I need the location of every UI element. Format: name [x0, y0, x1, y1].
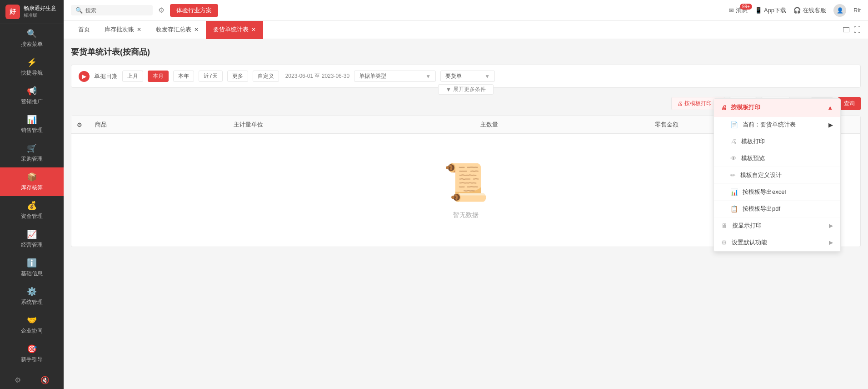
search-box[interactable]: 🔍 [71, 5, 153, 15]
filter-bar: ▶ 单据日期 上月 本月 本年 近7天 更多 自定义 2023-06-01 至 … [71, 65, 861, 88]
col-settings[interactable]: ⚙ [71, 116, 90, 134]
sidebar-icon-system: ⚙️ [27, 287, 37, 297]
tab-receipt-summary[interactable]: 收发存汇总表 ✕ [149, 21, 206, 39]
col-unit: 主计量单位 [228, 116, 475, 134]
print-menu-template-preview[interactable]: 👁 模板预览 [714, 150, 840, 167]
tab-order-summary-close[interactable]: ✕ [251, 26, 256, 33]
sidebar-icon-newbie: 🎯 [27, 344, 37, 354]
sidebar-label-marketing: 营销推广 [21, 98, 43, 106]
date-btn-last-month[interactable]: 上月 [122, 71, 143, 82]
printer-icon: 🖨 [677, 101, 683, 107]
page-title: 要货单统计表(按商品) [71, 46, 861, 57]
sidebar-settings-icon[interactable]: ⚙ [15, 376, 21, 384]
search-input[interactable] [85, 7, 140, 14]
sidebar-label-sales: 销售管理 [21, 126, 43, 134]
topbar: 🔍 ⚙ 体验行业方案 ✉ 消息 99+ 📱 App下载 🎧 在线客服 👤 Rit [64, 0, 868, 21]
topbar-right: ✉ 消息 99+ 📱 App下载 🎧 在线客服 👤 Rit [729, 4, 861, 17]
date-btn-this-month[interactable]: 本月 [148, 71, 169, 82]
print-menu-template-print[interactable]: 🖨 模板打印 [714, 133, 840, 150]
col-quantity: 主数量 [475, 116, 649, 134]
expand-more-btn[interactable]: ▼ 展开更多条件 [438, 84, 494, 95]
tab-order-summary[interactable]: 要货单统计表 ✕ [206, 21, 263, 39]
query-btn[interactable]: 查询 [838, 97, 861, 110]
template-preview-icon: 👁 [730, 155, 737, 162]
col-goods: 商品 [90, 116, 228, 134]
user-avatar[interactable]: 👤 [833, 4, 846, 17]
date-btn-custom[interactable]: 自定义 [253, 71, 279, 82]
print-menu-display-print[interactable]: 🖥 按显示打印 ▶ [714, 217, 840, 234]
table-settings-icon[interactable]: ⚙ [77, 121, 82, 128]
empty-text: 暂无数据 [453, 211, 479, 219]
print-menu-set-default[interactable]: ⚙ 设置默认功能 ▶ [714, 234, 840, 251]
sidebar-item-operations[interactable]: 📈 经营管理 [0, 225, 64, 253]
print-dropdown-close-icon[interactable]: ▲ [827, 104, 833, 111]
message-icon: ✉ [729, 7, 734, 14]
topbar-gear-icon[interactable]: ⚙ [158, 6, 165, 15]
sidebar-label-finance: 资金管理 [21, 212, 43, 220]
date-btn-this-year[interactable]: 本年 [173, 71, 194, 82]
sidebar-item-newbie[interactable]: 🎯 新手引导 [0, 339, 64, 368]
app-download-button[interactable]: 📱 App下载 [755, 6, 786, 15]
sidebar-item-inventory[interactable]: 📦 库存核算 [0, 167, 64, 196]
current-template-icon: 📄 [730, 121, 738, 128]
export-excel-icon: 📊 [730, 188, 738, 196]
username-label[interactable]: Rit [853, 7, 861, 14]
tab-inventory-batch[interactable]: 库存批次账 ✕ [97, 21, 149, 39]
sidebar-item-marketing[interactable]: 📢 营销推广 [0, 81, 64, 110]
filter-type-chevron: ▼ [425, 73, 431, 80]
empty-icon: 📜 [443, 161, 489, 204]
order-type-filter[interactable]: 单据单类型 ▼ [354, 71, 436, 82]
sidebar-item-shortcut[interactable]: ⚡ 快捷导航 [0, 53, 64, 81]
main-area: 🔍 ⚙ 体验行业方案 ✉ 消息 99+ 📱 App下载 🎧 在线客服 👤 Rit [64, 0, 868, 389]
sidebar-icon-shortcut: ⚡ [27, 57, 37, 67]
export-pdf-icon: 📋 [730, 205, 738, 212]
sidebar-logo: 好 畅康通好生意 标准版 [0, 0, 64, 24]
sidebar-item-purchase[interactable]: 🛒 采购管理 [0, 139, 64, 167]
sidebar-item-system[interactable]: ⚙️ 系统管理 [0, 282, 64, 311]
search-icon: 🔍 [75, 7, 83, 14]
print-menu-export-pdf[interactable]: 📋 按模板导出pdf [714, 201, 840, 217]
print-dropdown-panel: 🖨 按模板打印 ▲ 📄 当前：要货单统计表 ▶ 🖨 模板打印 👁 模板预览 [713, 98, 841, 252]
sidebar-nav: 🔍 搜索菜单 ⚡ 快捷导航 📢 营销推广 📊 销售管理 🛒 采购管理 📦 库存核… [0, 24, 64, 371]
template-design-icon: ✏ [730, 172, 736, 179]
sidebar-label-system: 系统管理 [21, 298, 43, 306]
date-label: 单据日期 [94, 72, 118, 81]
tab-inventory-batch-close[interactable]: ✕ [137, 26, 141, 33]
sidebar-item-basic[interactable]: ℹ️ 基础信息 [0, 253, 64, 282]
tab-receipt-summary-close[interactable]: ✕ [194, 26, 199, 33]
sidebar-icon-marketing: 📢 [27, 86, 37, 96]
current-template-arrow: ▶ [828, 121, 833, 128]
sidebar-icon-purchase: 🛒 [27, 143, 37, 153]
logo-text: 畅康通好生意 标准版 [24, 5, 56, 19]
trial-button[interactable]: 体验行业方案 [170, 4, 218, 17]
print-menu-template-design[interactable]: ✏ 模板自定义设计 [714, 167, 840, 184]
goods-type-filter[interactable]: 要货单 ▼ [440, 71, 495, 82]
filter-toggle-btn[interactable]: ▶ [79, 71, 90, 82]
tab-home[interactable]: 首页 [71, 21, 97, 39]
sidebar-label-newbie: 新手引导 [21, 356, 43, 364]
sidebar-label-cooperation: 企业协同 [21, 327, 43, 335]
tabs-expand-icon[interactable]: ⛶ [853, 26, 861, 34]
tabs-restore-icon[interactable]: 🗖 [843, 26, 850, 34]
expand-icon: ▼ [446, 86, 451, 93]
set-default-chevron: ▶ [829, 239, 833, 246]
service-button[interactable]: 🎧 在线客服 [793, 6, 826, 15]
date-btn-more[interactable]: 更多 [227, 71, 248, 82]
sidebar-item-finance[interactable]: 💰 资金管理 [0, 196, 64, 225]
sidebar-label-search: 搜索菜单 [21, 40, 43, 48]
date-btn-7days[interactable]: 近7天 [199, 71, 223, 82]
sidebar-label-shortcut: 快捷导航 [21, 69, 43, 77]
sidebar-label-basic: 基础信息 [21, 270, 43, 278]
sidebar-item-sales[interactable]: 📊 销售管理 [0, 110, 64, 139]
display-print-icon: 🖥 [721, 222, 728, 229]
sidebar-item-cooperation[interactable]: 🤝 企业协同 [0, 311, 64, 339]
messages-button[interactable]: ✉ 消息 99+ [729, 6, 748, 15]
print-dropdown-header-icon: 🖨 [721, 104, 727, 111]
sidebar-item-search[interactable]: 🔍 搜索菜单 [0, 24, 64, 53]
sidebar-mute-icon[interactable]: 🔇 [40, 376, 50, 384]
goods-type-chevron: ▼ [484, 73, 490, 80]
print-menu-current[interactable]: 📄 当前：要货单统计表 ▶ [714, 116, 840, 133]
date-range-display: 2023-06-01 至 2023-06-30 [285, 72, 349, 80]
print-menu-export-excel[interactable]: 📊 按模板导出excel [714, 184, 840, 201]
set-default-icon: ⚙ [721, 239, 727, 246]
